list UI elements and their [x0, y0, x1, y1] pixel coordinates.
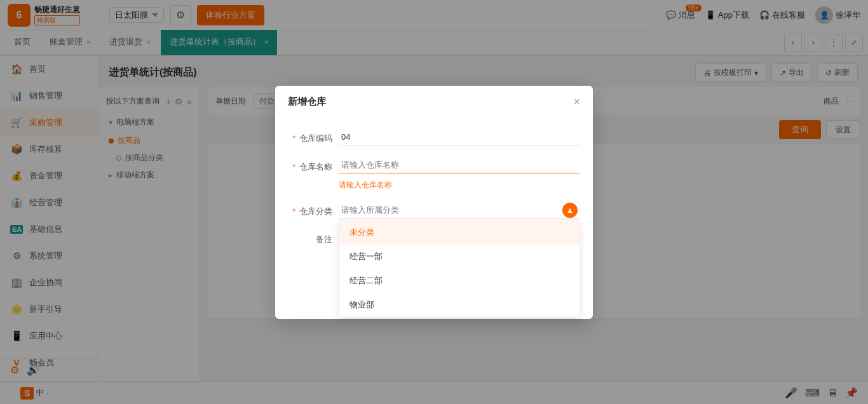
select-arrow-button[interactable]: ▲	[562, 203, 578, 218]
modal-title: 新增仓库	[288, 96, 326, 108]
name-required-star: *	[292, 162, 295, 172]
dropdown-item-dept3[interactable]: 物业部	[339, 293, 580, 317]
modal-body: * 仓库编码 * 仓库名称 请输入仓库名称	[275, 116, 593, 279]
category-dropdown: 未分类 经营一部 经营二部 物业部	[339, 220, 580, 318]
note-label: 备注	[288, 230, 332, 245]
name-input[interactable]	[339, 157, 580, 173]
form-row-category: * 仓库分类 ▲ 未分类 经营一部 经营二部 物业部	[288, 202, 580, 219]
dropdown-item-unclassified[interactable]: 未分类	[339, 220, 580, 245]
modal-close-button[interactable]: ×	[573, 96, 580, 107]
dropdown-item-dept1[interactable]: 经营一部	[339, 245, 580, 269]
category-select-wrap: ▲ 未分类 经营一部 经营二部 物业部	[339, 202, 580, 219]
dropdown-item-dept2[interactable]: 经营二部	[339, 269, 580, 293]
form-row-name: * 仓库名称 请输入仓库名称	[288, 157, 580, 191]
name-error-msg: 请输入仓库名称	[339, 180, 392, 189]
modal-add-warehouse: 新增仓库 × * 仓库编码 * 仓库名称	[275, 86, 593, 319]
category-label: * 仓库分类	[288, 202, 332, 217]
required-star: *	[292, 133, 295, 143]
code-input[interactable]	[339, 129, 580, 145]
category-input[interactable]	[339, 202, 580, 219]
form-row-code: * 仓库编码	[288, 129, 580, 145]
cat-required-star: *	[292, 206, 295, 216]
modal-overlay: 新增仓库 × * 仓库编码 * 仓库名称	[0, 0, 868, 404]
code-label: * 仓库编码	[288, 129, 332, 144]
modal-header: 新增仓库 ×	[275, 86, 593, 116]
name-label: * 仓库名称	[288, 158, 332, 173]
chevron-up-icon: ▲	[566, 206, 574, 215]
